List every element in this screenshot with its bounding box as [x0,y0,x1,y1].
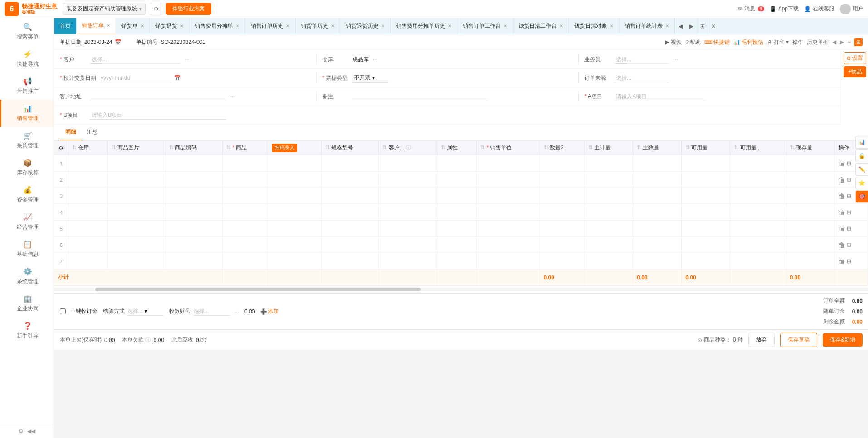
row-4-warehouse[interactable] [68,204,108,221]
row-1-sales-unit[interactable] [477,155,540,172]
app-download-button[interactable]: 📱 App下载 [770,5,799,13]
row-7-main-unit[interactable] [585,253,633,270]
row-6-main-qty[interactable] [633,237,682,253]
delivery-calendar-icon[interactable]: 📅 [174,75,181,81]
row-4-main-qty[interactable] [633,204,682,221]
row-4-delete-btn[interactable]: 🗑 [839,209,845,216]
discard-button[interactable]: 放弃 [748,333,775,347]
row-3-copy-btn[interactable]: ⊞ [847,193,851,199]
row-5-product[interactable] [223,221,268,237]
row-5-sales-unit[interactable] [477,221,540,237]
row-5-available[interactable] [682,221,730,237]
row-4-spec[interactable] [321,204,379,221]
delivery-date-input[interactable] [99,74,171,82]
row-6-main-unit[interactable] [585,237,633,253]
row-4-available2[interactable] [730,204,786,221]
info-icon[interactable]: ⓘ [406,144,411,151]
tab-close-sales-return[interactable]: ✕ [141,24,144,29]
row-1-customer-ref[interactable] [379,155,437,172]
row-3-attr[interactable] [437,188,477,204]
row-2-warehouse[interactable] [68,172,108,188]
note-input[interactable] [352,92,488,101]
row-5-product-image[interactable] [108,221,165,237]
row-7-sales-unit[interactable] [477,253,540,270]
row-2-main-unit[interactable] [585,172,633,188]
settings-bottom-icon[interactable]: ⚙ [19,428,24,434]
row-5-attr[interactable] [437,221,477,237]
tab-close-fee-history[interactable]: ✕ [448,24,451,29]
row-3-spec[interactable] [321,188,379,204]
message-button[interactable]: ✉ 消息 9 [738,5,764,13]
sort-icon[interactable]: ⇅ [588,144,593,151]
sidebar-item-purchase[interactable]: 🛒 采购管理 [0,127,54,154]
row-3-qty2[interactable] [540,188,585,204]
row-5-current-stock[interactable] [786,221,834,237]
row-4-customer-ref[interactable] [379,204,437,221]
row-6-attr[interactable] [437,237,477,253]
row-1-available2[interactable] [730,155,786,172]
user-button[interactable]: 用户 [840,4,863,14]
row-2-main-qty[interactable] [633,172,682,188]
widget-lock-btn[interactable]: 🔒 [855,149,868,162]
row-4-product-code[interactable] [165,204,223,221]
row-5-customer-ref[interactable] [379,221,437,237]
sidebar-item-basic-info[interactable]: 📋 基础信息 [0,236,54,263]
row-2-product-code[interactable] [165,172,223,188]
info-icon[interactable]: ⓘ [145,337,151,343]
sidebar-item-marketing[interactable]: 📢 营销推广 [0,72,54,100]
nav-prev-icon[interactable]: ◀ [832,39,836,45]
sort-icon[interactable]: ⇅ [734,144,738,151]
sidebar-item-quick-nav[interactable]: ⚡ 快捷导航 [0,45,54,72]
tab-close-return-goods[interactable]: ✕ [180,24,184,29]
industry-button[interactable]: 体验行业方案 [166,3,211,15]
table-tab-detail[interactable]: 明细 [60,125,82,140]
row-1-spec[interactable] [321,155,379,172]
row-3-available2[interactable] [730,188,786,204]
sidebar-item-sales[interactable]: 📊 销售管理 [0,100,54,127]
sidebar-item-guide[interactable]: ❓ 新手引导 [0,317,54,344]
ticket-type-select[interactable]: 不开票 ▾ [352,73,388,83]
tab-sales-fee-split[interactable]: 销售费用分摊单 ✕ [189,18,245,34]
row-5-qty2[interactable] [540,221,585,237]
b-project-input[interactable] [90,111,226,120]
tab-close-order-history[interactable]: ✕ [286,24,290,29]
row-6-sales-unit[interactable] [477,237,540,253]
row-2-available[interactable] [682,172,730,188]
row-5-product-code[interactable] [165,221,223,237]
row-4-current-stock[interactable] [786,204,834,221]
row-5-warehouse[interactable] [68,221,108,237]
row-3-customer-ref[interactable] [379,188,437,204]
customer-address-input[interactable] [90,92,226,101]
sort-icon[interactable]: ⇅ [226,144,231,151]
receipt-account-select[interactable]: 选择... [194,308,230,316]
help-btn[interactable]: ? 帮助 [685,39,701,46]
table-tab-summary[interactable]: 汇总 [82,125,103,140]
tab-more[interactable]: ⊞ [697,18,708,34]
tab-cash-workbench[interactable]: 钱货日清工作台 ✕ [513,18,569,34]
row-2-current-stock[interactable] [786,172,834,188]
row-7-qty2[interactable] [540,253,585,270]
sidebar-item-enterprise[interactable]: 🏢 企业协同 [0,290,54,317]
row-2-attr[interactable] [437,172,477,188]
tab-nav-right[interactable]: ▶ [686,18,697,34]
row-6-spec[interactable] [321,237,379,253]
table-scrollbar[interactable] [54,288,868,291]
a-project-input[interactable] [614,92,705,101]
row-1-product-image[interactable] [108,155,165,172]
row-5-spec[interactable] [321,221,379,237]
row-5-main-qty[interactable] [633,221,682,237]
tab-close-order-stats[interactable]: ✕ [665,24,669,29]
row-7-copy-btn[interactable]: ⊞ [847,258,851,265]
row-2-available2[interactable] [730,172,786,188]
row-5-copy-btn[interactable]: ⊞ [847,226,851,232]
grid-view-icon[interactable]: ⊞ [854,38,863,46]
row-1-product[interactable] [223,155,268,172]
row-5-available2[interactable] [730,221,786,237]
row-1-qty2[interactable] [540,155,585,172]
row-6-warehouse[interactable] [68,237,108,253]
tab-return-goods-history[interactable]: 销货退货历史 ✕ [340,18,391,34]
row-6-available[interactable] [682,237,730,253]
row-2-delete-btn[interactable]: 🗑 [839,176,845,183]
row-7-warehouse[interactable] [68,253,108,270]
row-3-warehouse[interactable] [68,188,108,204]
